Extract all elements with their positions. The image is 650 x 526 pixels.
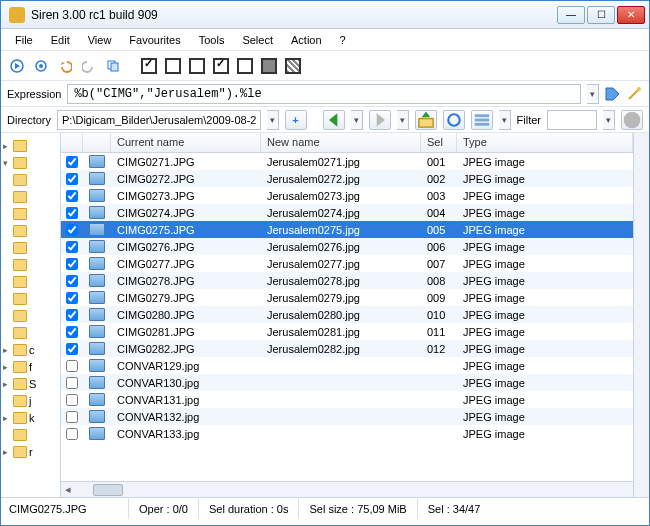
tree-item[interactable] — [3, 171, 58, 188]
table-row[interactable]: CIMG0273.JPGJerusalem0273.jpg003JPEG ima… — [61, 187, 633, 204]
table-row[interactable]: CIMG0279.JPGJerusalem0279.jpg009JPEG ima… — [61, 289, 633, 306]
row-checkbox[interactable] — [66, 309, 78, 321]
check-toggle-2[interactable] — [165, 58, 181, 74]
list-dropdown[interactable]: ▾ — [499, 110, 511, 130]
vertical-scrollbar[interactable] — [633, 133, 649, 497]
expression-input[interactable] — [67, 84, 581, 104]
menu-?[interactable]: ? — [332, 32, 354, 48]
row-checkbox[interactable] — [66, 411, 78, 423]
table-row[interactable]: CONVAR132.jpgJPEG image — [61, 408, 633, 425]
row-checkbox[interactable] — [66, 394, 78, 406]
menu-action[interactable]: Action — [283, 32, 330, 48]
check-toggle-3[interactable] — [189, 58, 205, 74]
check-toggle-4[interactable] — [213, 58, 229, 74]
col-type[interactable]: Type — [457, 133, 633, 152]
tree-item[interactable]: j — [3, 392, 58, 409]
col-new[interactable]: New name — [261, 133, 421, 152]
row-checkbox[interactable] — [66, 428, 78, 440]
filter-clear-icon[interactable] — [621, 110, 643, 130]
tree-item[interactable]: ▸k — [3, 409, 58, 426]
tree-item[interactable] — [3, 426, 58, 443]
table-row[interactable]: CIMG0281.JPGJerusalem0281.jpg011JPEG ima… — [61, 323, 633, 340]
play-icon[interactable] — [7, 56, 27, 76]
check-toggle-6[interactable] — [261, 58, 277, 74]
menu-tools[interactable]: Tools — [191, 32, 233, 48]
filter-dropdown[interactable]: ▾ — [603, 110, 615, 130]
file-list[interactable]: CIMG0271.JPGJerusalem0271.jpg001JPEG ima… — [61, 153, 633, 481]
add-button[interactable]: + — [285, 110, 307, 130]
tree-item[interactable] — [3, 239, 58, 256]
tree-item[interactable] — [3, 290, 58, 307]
directory-input[interactable] — [57, 110, 261, 130]
check-toggle-7[interactable] — [285, 58, 301, 74]
forward-dropdown[interactable]: ▾ — [397, 110, 409, 130]
table-row[interactable]: CONVAR131.jpgJPEG image — [61, 391, 633, 408]
row-checkbox[interactable] — [66, 292, 78, 304]
tag-icon[interactable] — [605, 87, 621, 101]
row-checkbox[interactable] — [66, 258, 78, 270]
row-checkbox[interactable] — [66, 377, 78, 389]
tree-item[interactable]: ▸r — [3, 443, 58, 460]
refresh-icon[interactable] — [443, 110, 465, 130]
table-row[interactable]: CIMG0275.JPGJerusalem0275.jpg005JPEG ima… — [61, 221, 633, 238]
menu-favourites[interactable]: Favourites — [121, 32, 188, 48]
row-checkbox[interactable] — [66, 343, 78, 355]
row-checkbox[interactable] — [66, 190, 78, 202]
directory-dropdown[interactable]: ▾ — [267, 110, 279, 130]
table-row[interactable]: CONVAR129.jpgJPEG image — [61, 357, 633, 374]
table-row[interactable]: CIMG0277.JPGJerusalem0277.jpg007JPEG ima… — [61, 255, 633, 272]
tree-item[interactable] — [3, 273, 58, 290]
tree-item[interactable] — [3, 307, 58, 324]
row-checkbox[interactable] — [66, 241, 78, 253]
table-row[interactable]: CIMG0274.JPGJerusalem0274.jpg004JPEG ima… — [61, 204, 633, 221]
tree-item[interactable] — [3, 222, 58, 239]
table-row[interactable]: CIMG0282.JPGJerusalem0282.jpg012JPEG ima… — [61, 340, 633, 357]
col-sel[interactable]: Sel — [421, 133, 457, 152]
close-button[interactable]: ✕ — [617, 6, 645, 24]
forward-button[interactable] — [369, 110, 391, 130]
check-toggle-1[interactable] — [141, 58, 157, 74]
redo-icon[interactable] — [79, 56, 99, 76]
horizontal-scrollbar[interactable]: ◂ — [61, 481, 633, 497]
table-row[interactable]: CIMG0280.JPGJerusalem0280.jpg010JPEG ima… — [61, 306, 633, 323]
gear-icon[interactable] — [31, 56, 51, 76]
tree-item[interactable]: ▸ — [3, 137, 58, 154]
column-header[interactable]: Current name New name Sel Type — [61, 133, 633, 153]
table-row[interactable]: CONVAR130.jpgJPEG image — [61, 374, 633, 391]
menu-edit[interactable]: Edit — [43, 32, 78, 48]
table-row[interactable]: CIMG0276.JPGJerusalem0276.jpg006JPEG ima… — [61, 238, 633, 255]
row-checkbox[interactable] — [66, 275, 78, 287]
tree-item[interactable]: ▸S — [3, 375, 58, 392]
tree-item[interactable]: ▸f — [3, 358, 58, 375]
tree-item[interactable]: ▸c — [3, 341, 58, 358]
tree-item[interactable] — [3, 188, 58, 205]
table-row[interactable]: CIMG0278.JPGJerusalem0278.jpg008JPEG ima… — [61, 272, 633, 289]
undo-icon[interactable] — [55, 56, 75, 76]
minimize-button[interactable]: — — [557, 6, 585, 24]
list-icon[interactable] — [471, 110, 493, 130]
tree-item[interactable] — [3, 205, 58, 222]
check-toggle-5[interactable] — [237, 58, 253, 74]
menu-select[interactable]: Select — [234, 32, 281, 48]
copy-icon[interactable] — [103, 56, 123, 76]
expression-dropdown[interactable]: ▾ — [587, 84, 599, 104]
menu-view[interactable]: View — [80, 32, 120, 48]
menu-file[interactable]: File — [7, 32, 41, 48]
maximize-button[interactable]: ☐ — [587, 6, 615, 24]
up-button[interactable] — [415, 110, 437, 130]
back-dropdown[interactable]: ▾ — [351, 110, 363, 130]
row-checkbox[interactable] — [66, 156, 78, 168]
filter-input[interactable] — [547, 110, 597, 130]
tree-item[interactable] — [3, 256, 58, 273]
tree-item[interactable] — [3, 324, 58, 341]
row-checkbox[interactable] — [66, 224, 78, 236]
tree-item[interactable]: ▾ — [3, 154, 58, 171]
back-button[interactable] — [323, 110, 345, 130]
row-checkbox[interactable] — [66, 326, 78, 338]
table-row[interactable]: CIMG0271.JPGJerusalem0271.jpg001JPEG ima… — [61, 153, 633, 170]
row-checkbox[interactable] — [66, 173, 78, 185]
folder-tree[interactable]: ▸▾▸c▸f▸Sj▸k▸r — [1, 133, 61, 497]
table-row[interactable]: CONVAR133.jpgJPEG image — [61, 425, 633, 442]
table-row[interactable]: CIMG0272.JPGJerusalem0272.jpg002JPEG ima… — [61, 170, 633, 187]
row-checkbox[interactable] — [66, 360, 78, 372]
